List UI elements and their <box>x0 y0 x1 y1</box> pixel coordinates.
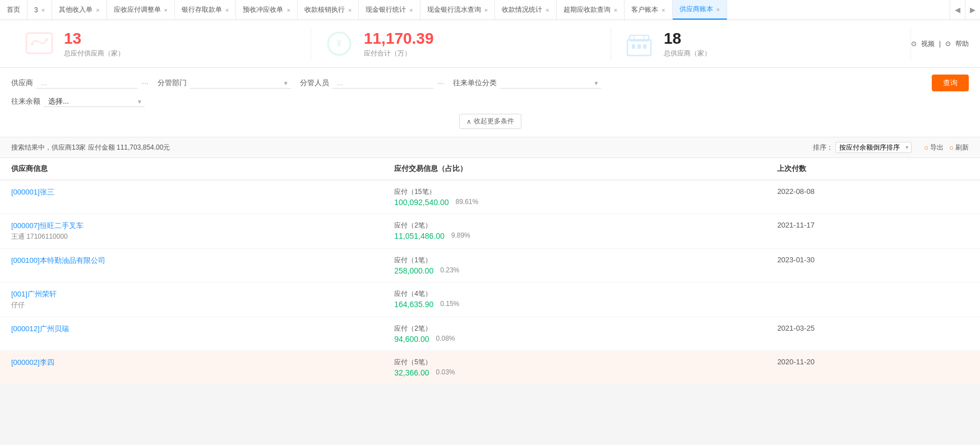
nav-tab-close-9[interactable]: × <box>614 7 617 13</box>
supplier-link-5[interactable]: [000002]李四 <box>11 358 54 367</box>
nav-tab-close-3[interactable]: × <box>225 7 229 13</box>
video-link[interactable]: 视频 <box>921 39 935 49</box>
tx-cell-0: 应付（15笔）100,092,540.0089.61% <box>394 187 777 207</box>
query-button[interactable]: 查询 <box>932 75 969 91</box>
supplier-link-0[interactable]: [000001]张三 <box>11 188 54 196</box>
svg-text:¥: ¥ <box>337 39 342 48</box>
dept-select[interactable] <box>190 77 291 89</box>
summary-card-3: 18 总供应商（家） <box>611 27 911 61</box>
nav-tab-close-0[interactable]: × <box>41 7 45 13</box>
tx-percent-5: 0.03% <box>436 368 455 376</box>
filter-supplier: 供应商 ··· <box>11 77 149 89</box>
nav-tab-5[interactable]: 收款核销执行× <box>298 0 359 20</box>
supplier-link-3[interactable]: [001]广州荣轩 <box>11 290 57 298</box>
table-area: 供应商信息 应付交易信息（占比） 上次付数 [000001]张三应付（15笔）1… <box>0 158 980 384</box>
tx-cell-2: 应付（1笔）258,000.000.23% <box>394 256 777 275</box>
nav-tab-label-0: 3 <box>34 6 38 14</box>
nav-tab-9[interactable]: 超期应收款查询× <box>557 0 625 20</box>
home-label: 首页 <box>7 5 20 15</box>
table-row[interactable]: [000100]本特勤油品有限公司应付（1笔）258,000.000.23%20… <box>0 249 980 282</box>
nav-tab-0[interactable]: 3× <box>27 0 52 20</box>
summary-num-1: 13 <box>64 29 124 48</box>
summary-bar: 13 总应付供应商（家） ¥ 11,170.39 应付合计（万） <box>0 20 980 68</box>
supplier-cell-5: [000002]李四 <box>11 358 394 368</box>
refresh-button[interactable]: ○ 刷新 <box>949 143 969 152</box>
page-wrapper: 首页 3×其他收入单×应收应付调整单×银行存取款单×预收冲应收单×收款核销执行×… <box>0 0 980 445</box>
supplier-label: 供应商 <box>11 78 33 88</box>
dept-select-wrap: ▼ <box>190 77 291 89</box>
nav-tab-close-6[interactable]: × <box>409 7 413 13</box>
tx-percent-3: 0.15% <box>440 300 459 308</box>
nav-tab-7[interactable]: 现金银行流水查询× <box>420 0 495 20</box>
tx-label-3: 应付（4笔） <box>394 289 777 299</box>
nav-tab-close-5[interactable]: × <box>348 7 352 13</box>
sort-select[interactable]: 按应付余额倒序排序 <box>835 142 912 153</box>
balance-select[interactable]: 选择... <box>44 96 145 107</box>
supplier-cell-4: [000012]广州贝瑞 <box>11 324 394 334</box>
nav-tab-close-1[interactable]: × <box>96 7 99 13</box>
refresh-label: 刷新 <box>955 143 969 152</box>
nav-tab-2[interactable]: 应收应付调整单× <box>107 0 175 20</box>
summary-text-2: 11,170.39 应付合计（万） <box>364 29 434 59</box>
last-pay-cell-0: 2022-08-08 <box>777 187 969 196</box>
table-row[interactable]: [001]广州荣轩仔仔应付（4笔）164,635.900.15% <box>0 282 980 317</box>
nav-tab-8[interactable]: 收款情况统计× <box>495 0 556 20</box>
nav-tab-label-1: 其他收入单 <box>59 5 93 15</box>
nav-tab-4[interactable]: 预收冲应收单× <box>236 0 297 20</box>
supplier-link-2[interactable]: [000100]本特勤油品有限公司 <box>11 256 105 265</box>
summary-label-2: 应付合计（万） <box>364 49 434 58</box>
last-pay-cell-4: 2021-03-25 <box>777 324 969 332</box>
nav-tab-label-10: 客户账本 <box>631 5 658 15</box>
tx-amount-1: 11,051,486.00 <box>394 231 445 240</box>
table-row[interactable]: [000007]恒旺二手叉车王通 17106110000应付（2笔）11,051… <box>0 214 980 249</box>
supplier-input[interactable] <box>36 77 137 89</box>
filter-area: 供应商 ··· 分管部门 ▼ 分管人员 ··· 往来单位分类 <box>0 68 980 137</box>
nav-tab-3[interactable]: 银行存取款单× <box>175 0 236 20</box>
summary-icon-1 <box>22 27 56 61</box>
tx-percent-2: 0.23% <box>440 266 459 274</box>
nav-home[interactable]: 首页 <box>0 0 27 20</box>
tx-cell-3: 应付（4笔）164,635.900.15% <box>394 289 777 309</box>
tx-label-0: 应付（15笔） <box>394 187 777 197</box>
nav-tab-6[interactable]: 现金银行统计× <box>359 0 420 20</box>
nav-tab-close-8[interactable]: × <box>546 7 549 13</box>
tx-amount-4: 94,600.00 <box>394 335 429 344</box>
result-bar: 搜索结果中，供应商13家 应付金额 111,703,854.00元 排序： 按应… <box>0 137 980 158</box>
svg-point-1 <box>31 43 34 46</box>
export-button[interactable]: ○ 导出 <box>924 143 944 152</box>
video-icon: ⊙ <box>911 40 917 48</box>
nav-tab-11[interactable]: 供应商账本× <box>673 0 727 20</box>
help-link[interactable]: 帮助 <box>955 39 969 49</box>
nav-tab-close-7[interactable]: × <box>484 7 488 13</box>
table-row[interactable]: [000001]张三应付（15笔）100,092,540.0089.61%202… <box>0 180 980 214</box>
nav-tab-close-2[interactable]: × <box>164 7 168 13</box>
tx-percent-1: 9.89% <box>451 231 470 239</box>
nav-next-arrow[interactable]: ▶ <box>965 0 980 20</box>
table-row[interactable]: [000002]李四应付（5笔）32,366.000.03%2020-11-20 <box>0 351 980 384</box>
export-icon: ○ <box>924 143 928 152</box>
table-rows-container: [000001]张三应付（15笔）100,092,540.0089.61%202… <box>0 180 980 384</box>
top-nav: 首页 3×其他收入单×应收应付调整单×银行存取款单×预收冲应收单×收款核销执行×… <box>0 0 980 20</box>
tx-cell-1: 应付（2笔）11,051,486.009.89% <box>394 221 777 240</box>
nav-tab-1[interactable]: 其他收入单× <box>52 0 107 20</box>
unit-type-select[interactable] <box>500 77 601 89</box>
supplier-link-1[interactable]: [000007]恒旺二手叉车 <box>11 221 84 230</box>
supplier-link-4[interactable]: [000012]广州贝瑞 <box>11 325 69 333</box>
collapse-button[interactable]: ∧ 收起更多条件 <box>459 114 521 129</box>
summary-text-3: 18 总供应商（家） <box>664 29 711 59</box>
nav-tab-close-11[interactable]: × <box>716 6 720 13</box>
summary-icon-2: ¥ <box>322 27 356 61</box>
table-row[interactable]: [000012]广州贝瑞应付（2笔）94,600.000.08%2021-03-… <box>0 317 980 351</box>
nav-tab-close-4[interactable]: × <box>286 7 290 13</box>
supplier-cell-2: [000100]本特勤油品有限公司 <box>11 256 394 266</box>
person-input[interactable] <box>332 77 433 89</box>
sort-select-wrap: 按应付余额倒序排序 ▼ <box>835 142 912 153</box>
tx-label-4: 应付（2笔） <box>394 324 777 333</box>
col-header-supplier: 供应商信息 <box>11 164 394 174</box>
person-dots-btn[interactable]: ··· <box>438 78 445 87</box>
supplier-dots-btn[interactable]: ··· <box>142 78 149 87</box>
summary-card-2: ¥ 11,170.39 应付合计（万） <box>311 27 611 61</box>
nav-tab-10[interactable]: 客户账本× <box>625 0 672 20</box>
nav-prev-arrow[interactable]: ◀ <box>950 0 965 20</box>
nav-tab-close-10[interactable]: × <box>662 7 665 13</box>
